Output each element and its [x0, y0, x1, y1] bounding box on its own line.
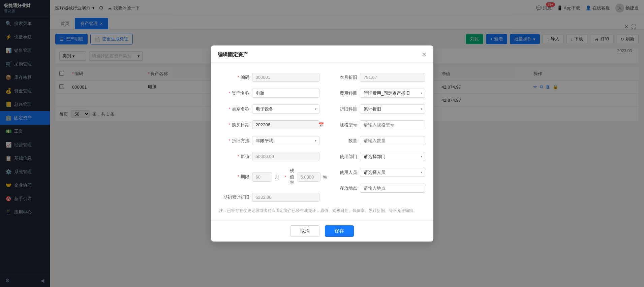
form-left-col: 编码 资产名称 类别名称 电子设备 ▾	[219, 69, 327, 205]
purchase-date-input[interactable]	[252, 121, 316, 129]
period-input[interactable]	[252, 172, 272, 182]
dept-label: 使用部门	[327, 154, 357, 160]
field-dept: 使用部门 请选择部门 ▾	[327, 149, 425, 164]
field-purchase-date: 购买日期 📅	[219, 117, 327, 133]
dept-select[interactable]: 请选择部门	[360, 152, 425, 161]
spec-input[interactable]	[360, 120, 425, 129]
modal-footer: 取消 保存	[211, 220, 433, 242]
location-label: 存放地点	[327, 185, 357, 191]
expense-subject-label: 费用科目	[327, 90, 357, 96]
field-asset-name: 资产名称	[219, 85, 327, 101]
dep-subject-select[interactable]: 累计折旧	[360, 105, 425, 113]
form-grid: 编码 资产名称 类别名称 电子设备 ▾	[219, 69, 425, 205]
form-right-col: 本月折旧 费用科目 管理费用_固定资产折旧 ▾ 折旧科目	[327, 69, 425, 205]
field-expense-subject: 费用科目 管理费用_固定资产折旧 ▾	[327, 85, 425, 101]
quantity-label: 数量	[327, 138, 357, 144]
spec-label: 规格型号	[327, 122, 357, 128]
modal-close-button[interactable]: ✕	[422, 51, 427, 58]
original-value-label: 原值	[219, 154, 249, 160]
field-spec: 规格型号	[327, 117, 425, 133]
period-label: 期限	[219, 174, 249, 180]
field-original-value: 原值	[219, 149, 327, 164]
purchase-date-label: 购买日期	[219, 122, 249, 128]
dep-subject-label: 折旧科目	[327, 106, 357, 112]
code-label: 编码	[219, 74, 249, 81]
quantity-input[interactable]	[360, 136, 425, 145]
user-select[interactable]: 请选择人员	[360, 168, 425, 177]
field-quantity: 数量	[327, 133, 425, 149]
user-label: 使用人员	[327, 169, 357, 176]
original-value-input[interactable]	[252, 152, 319, 161]
location-input[interactable]	[360, 184, 425, 193]
monthly-dep-input	[360, 73, 425, 82]
asset-name-input[interactable]	[252, 89, 319, 98]
dep-method-select[interactable]: 年限平均	[252, 136, 319, 145]
residual-rate-unit: %	[323, 174, 327, 180]
residual-rate-star: *	[285, 174, 286, 180]
field-monthly-dep: 本月折旧	[327, 69, 425, 85]
field-category: 类别名称 电子设备 ▾	[219, 101, 327, 117]
field-location: 存放地点	[327, 180, 425, 196]
edit-asset-modal: 编辑固定资产 ✕ 编码 资产名称 类别名称	[211, 45, 433, 242]
field-period: 期限 月 * 残值率 %	[219, 164, 327, 189]
monthly-dep-label: 本月折旧	[327, 74, 357, 81]
asset-name-label: 资产名称	[219, 90, 249, 96]
cancel-button[interactable]: 取消	[290, 225, 319, 237]
code-input[interactable]	[252, 73, 319, 82]
init-dep-input[interactable]	[252, 193, 319, 202]
modal-body: 编码 资产名称 类别名称 电子设备 ▾	[211, 63, 433, 220]
init-dep-label: 期初累计折旧	[219, 194, 249, 200]
field-code: 编码	[219, 69, 327, 85]
residual-rate-label: 残值率	[290, 168, 294, 186]
dep-method-label: 折旧方法	[219, 138, 249, 144]
residual-rate-input[interactable]	[297, 172, 320, 182]
category-select[interactable]: 电子设备	[252, 105, 319, 113]
modal-overlay: 编辑固定资产 ✕ 编码 资产名称 类别名称	[0, 0, 644, 287]
period-unit: 月	[275, 174, 279, 180]
category-label: 类别名称	[219, 106, 249, 112]
save-button[interactable]: 保存	[325, 225, 354, 237]
notice-text: 注：已经存在变更记录或者对应固定资产已经生成凭证，原值、购买日期、残值率、累计折…	[219, 205, 425, 214]
field-dep-method: 折旧方法 年限平均 ▾	[219, 133, 327, 149]
field-dep-subject: 折旧科目 累计折旧 ▾	[327, 101, 425, 117]
calendar-icon[interactable]: 📅	[316, 121, 327, 129]
field-user: 使用人员 请选择人员 ▾	[327, 164, 425, 180]
modal-title: 编辑固定资产	[218, 52, 248, 58]
field-init-dep: 期初累计折旧	[219, 189, 327, 205]
expense-subject-select[interactable]: 管理费用_固定资产折旧	[360, 89, 425, 97]
modal-header: 编辑固定资产 ✕	[211, 45, 433, 63]
period-inline: 月 * 残值率 %	[252, 168, 327, 186]
